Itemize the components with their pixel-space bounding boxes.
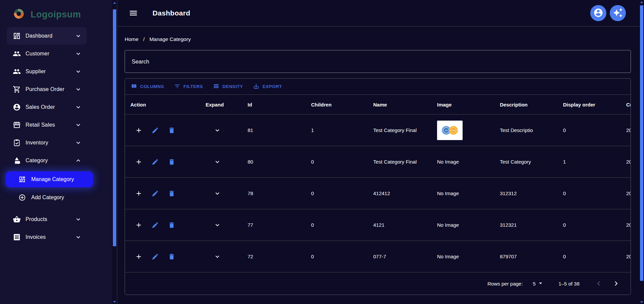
col-header-name[interactable]: Name xyxy=(368,102,432,107)
delete-button[interactable] xyxy=(168,253,175,260)
edit-button[interactable] xyxy=(152,221,159,229)
edit-button[interactable] xyxy=(152,190,159,197)
edit-button[interactable] xyxy=(152,127,159,134)
sidebar-item-inventory[interactable]: Inventory xyxy=(7,134,87,151)
id-cell: 78 xyxy=(242,190,306,196)
columns-button[interactable]: COLUMNS xyxy=(131,83,164,90)
rows-per-page-select[interactable]: 5 xyxy=(533,279,544,288)
image-cell: No Image xyxy=(432,159,495,165)
sidebar-scrollbar-thumb[interactable] xyxy=(113,9,116,246)
sidebar-nav: Dashboard Customer Supplier Purchase Ord… xyxy=(0,24,112,246)
breadcrumb-home[interactable]: Home xyxy=(125,36,138,42)
category-image-thumbnail: CI CD xyxy=(437,121,463,140)
col-header-action[interactable]: Action xyxy=(125,102,200,107)
logo: Logoipsum xyxy=(0,0,112,24)
sidebar-item-supplier[interactable]: Supplier xyxy=(7,62,87,80)
children-cell: 0 xyxy=(306,222,368,228)
id-cell: 80 xyxy=(242,159,306,165)
rows-per-page-label: Rows per page: xyxy=(487,281,523,287)
chevron-down-icon xyxy=(75,32,82,40)
col-header-display-order[interactable]: Display order xyxy=(558,102,621,107)
hamburger-menu-icon[interactable] xyxy=(129,8,138,18)
sidebar-item-manage-category[interactable]: Manage Category xyxy=(6,171,93,187)
density-icon xyxy=(213,83,219,90)
delete-button[interactable] xyxy=(168,127,175,134)
display-order-cell: 0 xyxy=(558,254,621,259)
expand-row-button[interactable] xyxy=(214,127,221,134)
export-button[interactable]: EXPORT xyxy=(253,83,282,90)
expand-row-button[interactable] xyxy=(214,253,221,260)
previous-page-button[interactable] xyxy=(594,279,603,288)
expand-row-button[interactable] xyxy=(214,221,221,229)
chevron-down-icon xyxy=(75,86,82,93)
sidebar-item-retail-sales[interactable]: Retail Sales xyxy=(7,116,87,134)
page-content: Home / Manage Category COLUMNS FILTERS xyxy=(117,27,639,295)
dashboard-icon xyxy=(13,32,21,40)
sparkles-icon xyxy=(613,8,623,19)
description-cell: Test Descriptio xyxy=(495,127,558,133)
grid-icon xyxy=(18,176,26,183)
download-icon xyxy=(253,83,259,90)
image-cell: No Image xyxy=(432,222,495,228)
add-button[interactable] xyxy=(135,221,142,229)
created-cell: 20 xyxy=(621,254,631,259)
col-header-id[interactable]: Id xyxy=(242,102,306,107)
next-page-button[interactable] xyxy=(612,279,620,288)
chevron-down-icon xyxy=(75,50,82,57)
delete-button[interactable] xyxy=(168,158,175,166)
sidebar-item-dashboard[interactable]: Dashboard xyxy=(7,27,87,45)
storefront-icon xyxy=(13,121,21,129)
delete-button[interactable] xyxy=(168,190,175,197)
filters-button[interactable]: FILTERS xyxy=(174,83,203,90)
search-input[interactable] xyxy=(126,58,629,65)
topbar-actions xyxy=(590,5,626,21)
col-header-expand[interactable]: Expand xyxy=(200,102,242,107)
action-cell xyxy=(125,158,200,166)
scroll-down-arrow[interactable] xyxy=(640,301,643,303)
image-cell: No Image xyxy=(432,254,495,259)
svg-text:CD: CD xyxy=(452,129,455,132)
expand-row-button[interactable] xyxy=(214,190,221,197)
sidebar-item-customer[interactable]: Customer xyxy=(7,45,87,62)
add-button[interactable] xyxy=(135,190,142,197)
logo-text: Logoipsum xyxy=(31,9,81,20)
scroll-up-arrow[interactable] xyxy=(640,1,643,3)
sidebar-item-category[interactable]: Category xyxy=(7,151,87,169)
col-header-description[interactable]: Description xyxy=(495,102,558,107)
sidebar-item-purchase-order[interactable]: Purchase Order xyxy=(7,80,87,98)
name-cell: 077-7 xyxy=(368,254,432,259)
scroll-down-arrow[interactable] xyxy=(113,301,116,303)
name-cell: Test Category Final xyxy=(368,127,432,133)
density-button[interactable]: DENSITY xyxy=(213,83,243,90)
col-header-image[interactable]: Image xyxy=(432,102,495,107)
display-order-cell: 0 xyxy=(558,222,621,228)
display-order-cell: 0 xyxy=(558,127,621,133)
col-header-children[interactable]: Children xyxy=(306,102,368,107)
account-button[interactable] xyxy=(590,5,606,21)
table-toolbar: COLUMNS FILTERS DENSITY EXPORT xyxy=(125,79,631,95)
window-scrollbar-thumb[interactable] xyxy=(640,5,643,281)
people-icon xyxy=(13,68,21,76)
add-button[interactable] xyxy=(135,158,142,166)
add-button[interactable] xyxy=(135,253,142,260)
edit-button[interactable] xyxy=(152,253,159,260)
created-cell: 20 xyxy=(621,159,631,165)
dropdown-arrow-icon xyxy=(537,279,544,288)
expand-cell xyxy=(200,221,242,229)
sidebar-item-sales-order[interactable]: Sales Order xyxy=(7,98,87,116)
expand-row-button[interactable] xyxy=(214,158,221,166)
basket-icon xyxy=(13,215,21,223)
col-header-created[interactable]: Cr xyxy=(621,102,631,107)
add-button[interactable] xyxy=(135,127,142,134)
sidebar-item-invoices[interactable]: Invoices xyxy=(7,228,87,246)
action-cell xyxy=(125,253,200,260)
edit-button[interactable] xyxy=(152,158,159,166)
scroll-up-arrow[interactable] xyxy=(113,2,116,4)
sidebar-item-add-category[interactable]: Add Category xyxy=(6,189,93,206)
sidebar-item-products[interactable]: Products xyxy=(7,210,87,228)
search-box xyxy=(125,50,631,73)
delete-button[interactable] xyxy=(168,221,175,229)
theme-sparkle-button[interactable] xyxy=(610,5,626,21)
breadcrumb: Home / Manage Category xyxy=(125,36,631,42)
id-cell: 77 xyxy=(242,222,306,228)
